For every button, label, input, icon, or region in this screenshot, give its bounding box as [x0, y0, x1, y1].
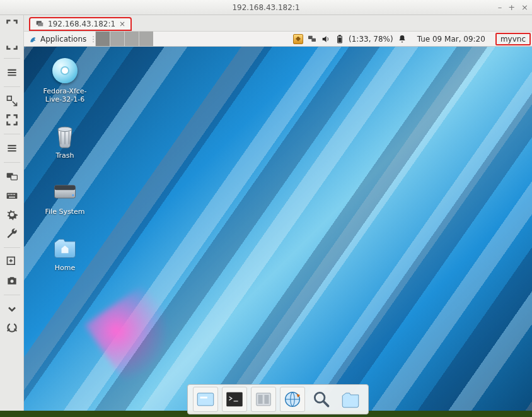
show-desktop-icon — [195, 389, 216, 410]
monitor-icon — [35, 20, 44, 28]
desktop-icon-label: Fedora-Xfce-Live-32-1-6 — [37, 87, 93, 103]
dock-web-browser[interactable] — [280, 387, 305, 412]
svg-rect-27 — [258, 395, 263, 404]
vnc-tab-close-icon[interactable]: × — [119, 20, 125, 28]
trash-icon — [51, 121, 79, 149]
xfce-mouse-icon — [29, 35, 38, 44]
desktop-icon-label: Trash — [55, 151, 74, 160]
dock-file-manager[interactable] — [251, 387, 276, 412]
file-manager-icon — [253, 389, 274, 410]
battery-icon[interactable] — [335, 34, 345, 44]
svg-rect-8 — [14, 194, 15, 196]
wrench-icon[interactable] — [4, 226, 20, 241]
svg-rect-28 — [264, 395, 269, 404]
window-titlebar[interactable]: 192.168.43.182:1 – + × — [0, 0, 532, 15]
svg-rect-21 — [55, 185, 76, 190]
workspace-switcher[interactable] — [95, 32, 153, 46]
workspace-3[interactable] — [124, 32, 139, 46]
home-folder-icon — [51, 233, 79, 261]
svg-rect-5 — [9, 194, 10, 196]
software-updater-icon[interactable] — [293, 34, 303, 44]
vnc-tab-label: 192.168.43.182:1 — [48, 20, 115, 28]
panel-user-button[interactable]: myvnc — [495, 33, 531, 45]
network-icon[interactable] — [307, 34, 317, 44]
magnifier-icon — [311, 389, 332, 410]
multi-monitor-icon[interactable] — [4, 169, 20, 184]
svg-rect-17 — [339, 35, 341, 36]
workspace-2[interactable] — [110, 32, 124, 46]
gear-icon[interactable] — [4, 207, 20, 222]
terminal-icon — [224, 389, 245, 410]
svg-point-11 — [10, 279, 13, 283]
remote-desktop-viewport[interactable]: Applications ⋮ — [24, 32, 532, 417]
drive-icon — [51, 177, 79, 205]
svg-rect-15 — [311, 38, 316, 41]
corners-top-icon[interactable] — [4, 18, 20, 33]
svg-rect-2 — [11, 175, 17, 180]
svg-rect-24 — [200, 397, 207, 399]
duplicate-icon[interactable] — [4, 254, 20, 269]
dock-show-desktop[interactable] — [193, 387, 218, 412]
menu-small-icon[interactable] — [4, 141, 20, 156]
svg-point-19 — [58, 127, 72, 131]
svg-rect-7 — [12, 194, 13, 196]
svg-rect-0 — [7, 97, 11, 101]
panel-clock[interactable]: Tue 09 Mar, 09:20 — [413, 35, 489, 44]
scale-mode-icon[interactable] — [4, 93, 20, 109]
camera-icon[interactable] — [4, 273, 20, 288]
desktop-icon-label: Home — [55, 264, 75, 272]
svg-rect-18 — [338, 38, 341, 42]
volume-icon[interactable] — [321, 34, 331, 44]
globe-icon — [282, 389, 303, 410]
svg-point-22 — [72, 194, 74, 196]
window-minimize-button[interactable]: – — [498, 3, 502, 12]
svg-rect-9 — [9, 197, 15, 198]
vnc-connection-tab[interactable]: 192.168.43.182:1 × — [29, 17, 132, 31]
workspace-1[interactable] — [95, 32, 110, 46]
applications-label: Applications — [40, 35, 86, 44]
dock-app-finder[interactable] — [309, 387, 334, 412]
window-maximize-button[interactable]: + — [508, 3, 515, 12]
battery-status-text: (1:33, 78%) — [349, 35, 393, 44]
desktop-icon-live-disc[interactable]: Fedora-Xfce-Live-32-1-6 — [37, 57, 93, 103]
keyboard-icon[interactable] — [4, 188, 20, 203]
svg-rect-13 — [38, 23, 43, 26]
vnc-tab-strip: 192.168.43.182:1 × — [24, 15, 532, 32]
panel-user-label: myvnc — [500, 35, 526, 44]
corners-bottom-icon[interactable] — [4, 37, 20, 52]
vnc-client-toolbar — [0, 15, 24, 417]
svg-rect-23 — [197, 393, 214, 406]
notification-bell-icon[interactable] — [397, 34, 407, 44]
dock-home-folder[interactable] — [338, 387, 363, 412]
applications-menu-button[interactable]: Applications — [24, 32, 91, 46]
desktop-icons: Fedora-Xfce-Live-32-1-6 Trash File Syste… — [37, 57, 93, 272]
window-title: 192.168.43.182:1 — [232, 3, 299, 12]
desktop-icon-label: File System — [45, 208, 85, 216]
desktop-icon-filesystem[interactable]: File System — [37, 177, 93, 216]
dock-terminal[interactable] — [222, 387, 247, 412]
xfce-top-panel: Applications ⋮ — [24, 32, 532, 47]
fullscreen-icon[interactable] — [4, 112, 20, 127]
chevron-down-icon[interactable] — [4, 302, 20, 317]
desktop-icon-home[interactable]: Home — [37, 233, 93, 272]
svg-rect-4 — [8, 194, 9, 196]
desktop-icon-trash[interactable]: Trash — [37, 121, 93, 160]
optical-disc-icon — [52, 58, 78, 83]
svg-rect-25 — [226, 392, 243, 407]
svg-rect-6 — [11, 194, 12, 196]
workspace-4[interactable] — [139, 32, 153, 46]
xfce-bottom-dock — [187, 384, 369, 414]
folder-icon — [340, 389, 361, 410]
menu-icon[interactable] — [4, 65, 20, 80]
window-close-button[interactable]: × — [521, 3, 528, 12]
disconnect-icon[interactable] — [4, 320, 20, 336]
svg-rect-3 — [6, 193, 17, 199]
